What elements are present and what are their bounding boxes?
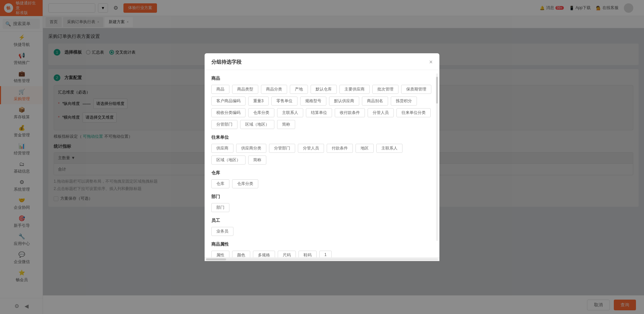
- tag-shangpin-1[interactable]: 商品类型: [232, 85, 258, 94]
- tag-shangpin-16[interactable]: 仓库分类: [248, 108, 274, 117]
- modal-tags-yuangong: 业务员: [211, 227, 433, 236]
- modal-tags-shuxing: 属性 颜色 多规格 尺码 鞋码 1: [211, 251, 433, 257]
- modal-tags-shangpin: 商品 商品类型 商品分类 产地 默认仓库 主要供应商 批次管理 保质期管理 客户…: [211, 85, 433, 129]
- tag-shangpin-6[interactable]: 批次管理: [372, 85, 398, 94]
- tag-cangku-1[interactable]: 仓库分类: [232, 179, 258, 188]
- tag-wanglai-3[interactable]: 分管人员: [298, 144, 324, 153]
- tag-shangpin-21[interactable]: 往来单位分类: [396, 108, 431, 117]
- modal-overlay: 分组待选字段 × 商品 商品 商品类型 商品分类 产地 默认仓库 主要供应商 批…: [0, 0, 644, 314]
- tag-bumen-0[interactable]: 部门: [211, 203, 229, 212]
- tag-shangpin-12[interactable]: 默认供应商: [329, 97, 359, 106]
- section-title-wanglai: 往来单位: [211, 134, 433, 140]
- tag-shuxing-5[interactable]: 1: [319, 251, 332, 257]
- tag-shangpin-3[interactable]: 产地: [290, 85, 308, 94]
- tag-cangku-0[interactable]: 仓库: [211, 179, 229, 188]
- section-title-yuangong: 员工: [211, 217, 433, 224]
- tag-shangpin-0[interactable]: 商品: [211, 85, 229, 94]
- section-title-cangku: 仓库: [211, 170, 433, 176]
- tag-shangpin-18[interactable]: 结算单位: [306, 108, 332, 117]
- tag-shangpin-17[interactable]: 主联系人: [277, 108, 303, 117]
- tag-shangpin-13[interactable]: 商品别名: [362, 97, 388, 106]
- tag-shangpin-19[interactable]: 收付款条件: [335, 108, 365, 117]
- modal-close-button[interactable]: ×: [429, 59, 433, 66]
- tag-shangpin-9[interactable]: 重量3: [248, 97, 269, 106]
- tag-wanglai-2[interactable]: 分管部门: [269, 144, 295, 153]
- tag-wanglai-6[interactable]: 主联系人: [376, 144, 402, 153]
- tag-shangpin-2[interactable]: 商品分类: [261, 85, 287, 94]
- tag-shangpin-7[interactable]: 保质期管理: [401, 85, 431, 94]
- tag-shangpin-14[interactable]: 拣货积分: [391, 97, 417, 106]
- tag-shangpin-23[interactable]: 区域（地区）: [240, 120, 274, 129]
- modal-tags-wanglai: 供应商 供应商分类 分管部门 分管人员 付款条件 地区 主联系人 区域（地区） …: [211, 144, 433, 165]
- tag-shangpin-5[interactable]: 主要供应商: [339, 85, 370, 94]
- tag-shuxing-4[interactable]: 鞋码: [299, 251, 317, 257]
- modal-section-shangpin: 商品 商品 商品类型 商品分类 产地 默认仓库 主要供应商 批次管理 保质期管理…: [211, 75, 433, 129]
- tag-shangpin-4[interactable]: 默认仓库: [311, 85, 337, 94]
- hscroll-thumb: [206, 258, 226, 260]
- modal-section-yuangong: 员工 业务员: [211, 217, 433, 236]
- modal-vscrollbar[interactable]: [436, 73, 438, 241]
- tag-shangpin-20[interactable]: 分管人员: [368, 108, 394, 117]
- tag-wanglai-0[interactable]: 供应商: [211, 144, 233, 153]
- modal-dialog: 分组待选字段 × 商品 商品 商品类型 商品分类 产地 默认仓库 主要供应商 批…: [205, 53, 439, 261]
- modal-section-bumen: 部门 部门: [211, 194, 433, 212]
- tag-shangpin-10[interactable]: 零售单位: [271, 97, 298, 106]
- modal-section-wanglai: 往来单位 供应商 供应商分类 分管部门 分管人员 付款条件 地区 主联系人 区域…: [211, 134, 433, 165]
- tag-shangpin-24[interactable]: 简称: [277, 120, 295, 129]
- tag-shangpin-11[interactable]: 规格型号: [300, 97, 326, 106]
- tag-shuxing-1[interactable]: 颜色: [232, 251, 250, 257]
- tag-shuxing-0[interactable]: 属性: [211, 251, 229, 257]
- modal-tags-bumen: 部门: [211, 203, 433, 212]
- tag-wanglai-1[interactable]: 供应商分类: [236, 144, 266, 153]
- section-title-shangpin: 商品: [211, 75, 433, 81]
- tag-yuangong-0[interactable]: 业务员: [211, 227, 233, 236]
- hscroll-track: [206, 258, 438, 260]
- modal-hscrollbar[interactable]: [205, 257, 439, 261]
- tag-wanglai-5[interactable]: 地区: [356, 144, 374, 153]
- modal-body: 商品 商品 商品类型 商品分类 产地 默认仓库 主要供应商 批次管理 保质期管理…: [205, 70, 439, 257]
- modal-tags-cangku: 仓库 仓库分类: [211, 179, 433, 188]
- section-title-shuxing: 商品属性: [211, 241, 433, 247]
- tag-shuxing-2[interactable]: 多规格: [253, 251, 275, 257]
- tag-wanglai-4[interactable]: 付款条件: [327, 144, 353, 153]
- tag-wanglai-8[interactable]: 简称: [248, 155, 266, 165]
- section-title-bumen: 部门: [211, 194, 433, 200]
- modal-section-cangku: 仓库 仓库 仓库分类: [211, 170, 433, 188]
- tag-wanglai-7[interactable]: 区域（地区）: [211, 155, 246, 165]
- tag-shangpin-15[interactable]: 税收分类编码: [211, 108, 246, 117]
- tag-shuxing-3[interactable]: 尺码: [278, 251, 296, 257]
- modal-title: 分组待选字段: [211, 59, 241, 65]
- tag-shangpin-22[interactable]: 分管部门: [211, 120, 237, 129]
- modal-section-shuxing: 商品属性 属性 颜色 多规格 尺码 鞋码 1: [211, 241, 433, 257]
- modal-header: 分组待选字段 ×: [205, 53, 439, 70]
- tag-shangpin-8[interactable]: 客户商品编码: [211, 97, 246, 106]
- modal-vscrollbar-thumb: [436, 77, 438, 104]
